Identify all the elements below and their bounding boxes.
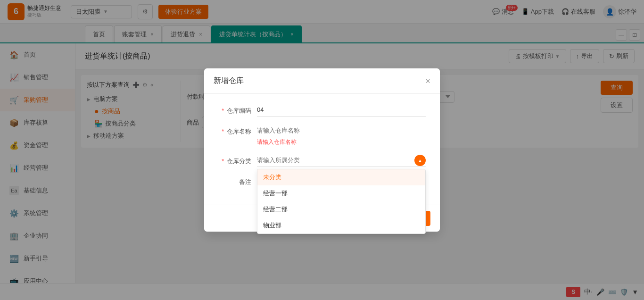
modal-body: * 仓库编码 * 仓库名称 请输入仓库名称 (204, 94, 440, 205)
name-label: * 仓库名称 (218, 124, 251, 136)
dropdown-option-dept1[interactable]: 经营一部 (257, 185, 425, 201)
warehouse-category-field: * 仓库分类 ▲ 未分类 经营一部 经营二部 物业部 (218, 154, 426, 167)
chevron-up-icon: ▲ (418, 158, 422, 163)
modal-header: 新增仓库 × (204, 68, 440, 94)
category-label-text: 仓库分类 (227, 158, 251, 165)
warehouse-code-field: * 仓库编码 (218, 103, 426, 117)
name-label-text: 仓库名称 (227, 128, 251, 135)
code-input-wrapper (257, 103, 426, 117)
warehouse-name-input[interactable] (257, 124, 426, 137)
dropdown-option-uncategorized[interactable]: 未分类 (257, 169, 425, 185)
category-input[interactable] (257, 154, 426, 167)
category-label: * 仓库分类 (218, 154, 251, 166)
modal-close-button[interactable]: × (425, 77, 430, 85)
category-dropdown-toggle[interactable]: ▲ (414, 155, 426, 166)
code-label-text: 仓库编码 (227, 107, 251, 114)
note-label-text: 备注 (239, 178, 251, 185)
new-warehouse-modal: 新增仓库 × * 仓库编码 * 仓库名称 (204, 68, 440, 232)
modal-title: 新增仓库 (214, 76, 244, 86)
category-dropdown-wrapper: ▲ 未分类 经营一部 经营二部 物业部 (257, 154, 426, 167)
dropdown-option-dept3[interactable]: 物业部 (257, 217, 425, 233)
name-error-message: 请输入仓库名称 (257, 138, 426, 146)
warehouse-code-input[interactable] (257, 103, 426, 117)
modal-overlay[interactable]: 新增仓库 × * 仓库编码 * 仓库名称 (0, 0, 644, 300)
name-input-wrapper: 请输入仓库名称 (257, 124, 426, 146)
category-dropdown-list: 未分类 经营一部 经营二部 物业部 (257, 169, 426, 234)
code-label: * 仓库编码 (218, 103, 251, 115)
warehouse-name-field: * 仓库名称 请输入仓库名称 (218, 124, 426, 146)
dropdown-option-dept2[interactable]: 经营二部 (257, 201, 425, 217)
note-label: 备注 (218, 175, 251, 186)
